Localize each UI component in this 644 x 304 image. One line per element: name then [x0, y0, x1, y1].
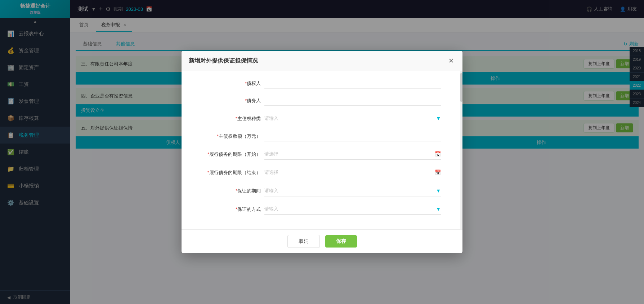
- dialog-close-button[interactable]: ✕: [447, 56, 455, 65]
- claim-type-select[interactable]: 请输入 ▼: [264, 113, 441, 124]
- form-row-claim-amount: *主债权数额（万元）: [203, 131, 441, 141]
- form-row-creditor: *债权人: [203, 78, 441, 89]
- guarantee-method-placeholder: 请输入: [264, 206, 436, 212]
- period-start-date[interactable]: 请选择 📅: [264, 149, 441, 160]
- guarantee-method-select[interactable]: 请输入 ▼: [264, 204, 441, 215]
- guarantee-period-label: *保证的期间: [203, 188, 261, 194]
- claim-amount-input[interactable]: [264, 131, 441, 141]
- period-end-calendar-icon: 📅: [435, 169, 441, 175]
- period-start-placeholder: 请选择: [264, 151, 435, 157]
- guarantee-method-chevron-icon: ▼: [436, 206, 441, 212]
- guarantee-method-label: *保证的方式: [203, 206, 261, 213]
- debtor-input[interactable]: [264, 96, 441, 106]
- dialog-footer: 取消 保存: [182, 229, 462, 253]
- dialog-scrollbar[interactable]: [460, 71, 462, 229]
- form-row-guarantee-period: *保证的期间 请输入 ▼: [203, 185, 441, 196]
- creditor-input[interactable]: [264, 78, 441, 89]
- guarantee-period-chevron-icon: ▼: [436, 188, 441, 194]
- dialog-header: 新增对外提供保证担保情况 ✕: [182, 51, 462, 71]
- claim-amount-label: *主债权数额（万元）: [203, 133, 261, 140]
- guarantee-period-select[interactable]: 请输入 ▼: [264, 185, 441, 196]
- period-end-label: *履行债务的期限（结束）: [203, 169, 261, 176]
- claim-type-chevron-icon: ▼: [436, 115, 441, 121]
- form-row-debtor: *债务人: [203, 96, 441, 106]
- form-row-claim-type: *主债权种类 请输入 ▼: [203, 113, 441, 124]
- dialog: 新增对外提供保证担保情况 ✕ *债权人 *债务人: [182, 51, 462, 253]
- form-row-period-start: *履行债务的期限（开始） 请选择 📅: [203, 149, 441, 160]
- period-start-label: *履行债务的期限（开始）: [203, 151, 261, 158]
- debtor-label: *债务人: [203, 97, 261, 104]
- creditor-label: *债权人: [203, 80, 261, 87]
- dialog-overlay: 新增对外提供保证担保情况 ✕ *债权人 *债务人: [0, 0, 644, 304]
- scrollbar-thumb: [460, 73, 462, 102]
- period-end-placeholder: 请选择: [264, 169, 435, 176]
- claim-type-placeholder: 请输入: [264, 115, 436, 122]
- period-end-date[interactable]: 请选择 📅: [264, 167, 441, 178]
- claim-type-label: *主债权种类: [203, 115, 261, 122]
- cancel-button[interactable]: 取消: [287, 235, 320, 248]
- dialog-body: *债权人 *债务人 *主债权种类 请输入 ▼: [182, 71, 462, 229]
- form-row-guarantee-method: *保证的方式 请输入 ▼: [203, 204, 441, 215]
- form-row-period-end: *履行债务的期限（结束） 请选择 📅: [203, 167, 441, 178]
- dialog-title: 新增对外提供保证担保情况: [189, 57, 258, 65]
- guarantee-period-placeholder: 请输入: [264, 187, 436, 194]
- save-button[interactable]: 保存: [325, 235, 357, 248]
- period-start-calendar-icon: 📅: [435, 151, 441, 157]
